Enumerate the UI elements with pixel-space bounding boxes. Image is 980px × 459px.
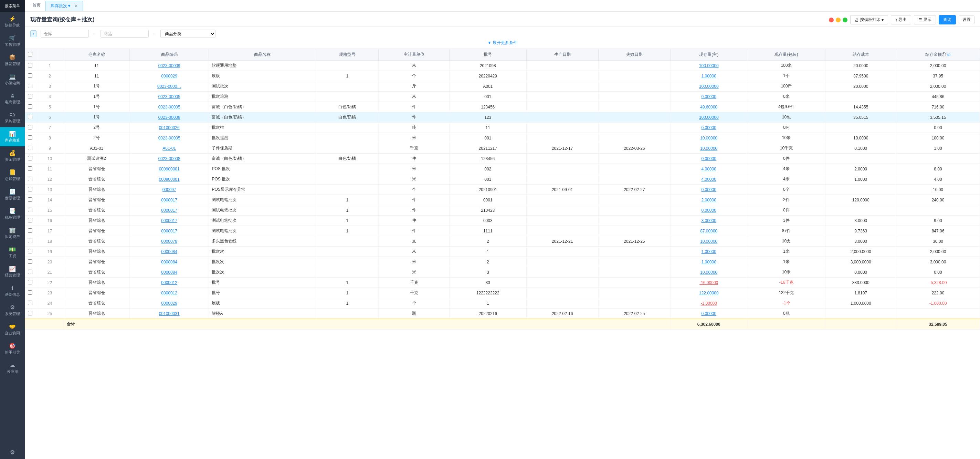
row-code[interactable]: 0023-00008 [129,154,209,164]
row-checkbox[interactable] [25,174,36,185]
sidebar-item-税务管理[interactable]: 📑 税务管理 [0,204,25,223]
sidebar-item-系统管理[interactable]: ⚙ 系统管理 [0,301,25,320]
row-qty-main[interactable]: 100.00000 [670,112,747,123]
row-qty-main[interactable]: 10.00000 [670,236,747,247]
sidebar-item-电商管理[interactable]: 🖥 电商管理 [0,89,25,108]
row-code[interactable]: 0000017 [129,195,209,205]
sidebar-item-库存核算[interactable]: 📊 库存核算 [0,127,25,147]
print-button[interactable]: 🖨 按模板打印 ▾ [850,15,888,24]
row-checkbox[interactable] [25,61,36,71]
sidebar-item-采购管理[interactable]: 🛍 采购管理 [0,108,25,127]
row-checkbox[interactable] [25,112,36,123]
row-code[interactable]: 0023-00008 [129,112,209,123]
row-code[interactable]: 0023-00005 [129,92,209,102]
row-qty-main[interactable]: 3.00000 [670,215,747,226]
row-qty-main[interactable]: 100.00000 [670,61,747,71]
row-checkbox[interactable] [25,143,36,154]
row-code[interactable]: 0023-00005 [129,102,209,112]
row-code[interactable]: 001000031 [129,309,209,319]
row-checkbox[interactable] [25,205,36,215]
row-qty-main[interactable]: 122.00000 [670,288,747,298]
row-code[interactable]: 000900001 [129,174,209,185]
product-input[interactable] [100,30,149,38]
sidebar-item-批发管理[interactable]: 📦 批发管理 [0,51,25,70]
sidebar-item-发票管理[interactable]: 🧾 发票管理 [0,185,25,204]
row-code[interactable]: 0023-00005 [129,133,209,143]
row-checkbox[interactable] [25,123,36,133]
row-checkbox[interactable] [25,247,36,257]
row-code[interactable]: 000900001 [129,164,209,174]
row-qty-main[interactable]: 10.00000 [670,133,747,143]
row-qty-main[interactable]: 0.00000 [670,154,747,164]
row-checkbox[interactable] [25,185,36,195]
sidebar-item-云应用[interactable]: ☁ 云应用 [0,359,25,378]
sidebar-item-总账管理[interactable]: 📒 总账管理 [0,166,25,185]
sidebar-item-基础信息[interactable]: ℹ 基础信息 [0,281,25,301]
row-code[interactable]: 0023-0000… [129,81,209,92]
row-checkbox[interactable] [25,102,36,112]
sidebar-item-小脑电商[interactable]: 💻 小脑电商 [0,70,25,89]
row-qty-main[interactable]: 10.00000 [670,267,747,277]
row-checkbox[interactable] [25,309,36,319]
row-checkbox[interactable] [25,236,36,247]
row-checkbox[interactable] [25,257,36,267]
select-all-checkbox[interactable] [28,52,32,56]
row-checkbox[interactable] [25,81,36,92]
win-close-button[interactable] [829,18,834,22]
row-checkbox[interactable] [25,133,36,143]
row-checkbox[interactable] [25,195,36,205]
row-code[interactable]: 0000084 [129,267,209,277]
query-button[interactable]: 查询 [939,15,956,24]
row-code[interactable]: 000097 [129,185,209,195]
sidebar-settings[interactable]: ⚙ [0,446,25,459]
sidebar-item-经营管理[interactable]: 📈 经营管理 [0,262,25,281]
row-code[interactable]: 0023-00009 [129,61,209,71]
tab-home[interactable]: 首页 [27,0,45,11]
row-code[interactable]: 0000017 [129,205,209,215]
row-code[interactable]: 0000029 [129,298,209,309]
sidebar-item-快捷导航[interactable]: ⚡ 快捷导航 [0,12,25,31]
settings-button[interactable]: 设置 [959,16,975,24]
sidebar-item-零售管理[interactable]: 🛒 零售管理 [0,31,25,51]
row-checkbox[interactable] [25,288,36,298]
row-qty-main[interactable]: 1.00000 [670,257,747,267]
row-code[interactable]: 0000084 [129,247,209,257]
row-code[interactable]: 0000078 [129,236,209,247]
row-qty-main[interactable]: 4.00000 [670,164,747,174]
row-qty-main[interactable]: -1.00000 [670,298,747,309]
row-qty-main[interactable]: 0.00000 [670,123,747,133]
row-code[interactable]: 0000017 [129,226,209,236]
row-code[interactable]: 0000012 [129,277,209,288]
row-qty-main[interactable]: 100.00000 [670,81,747,92]
display-button[interactable]: ☰ 显示 [914,15,936,24]
sidebar-item-新手引导[interactable]: 🎯 新手引导 [0,339,25,359]
warehouse-input[interactable] [41,30,89,38]
row-qty-main[interactable]: 87.00000 [670,226,747,236]
row-qty-main[interactable]: 49.60000 [670,102,747,112]
filter-arrow[interactable]: › [30,30,37,37]
sidebar-item-固定资产[interactable]: 🏢 固定资产 [0,223,25,243]
row-qty-main[interactable]: 4.00000 [670,174,747,185]
row-code[interactable]: 0000029 [129,71,209,81]
sidebar-logo[interactable]: 搜索菜单 [0,0,25,12]
sidebar-item-企业协同[interactable]: 🤝 企业协同 [0,320,25,339]
row-qty-main[interactable]: 0.00000 [670,92,747,102]
row-qty-main[interactable]: 0.00000 [670,185,747,195]
row-qty-main[interactable]: 1.00000 [670,247,747,257]
row-qty-main[interactable]: 1.00000 [670,71,747,81]
row-code[interactable]: A01-01 [129,143,209,154]
row-checkbox[interactable] [25,277,36,288]
expand-filter-button[interactable]: ▼ 展开更多条件 [487,40,517,46]
row-checkbox[interactable] [25,71,36,81]
sidebar-item-工资[interactable]: 💵 工资 [0,243,25,262]
row-qty-main[interactable]: 0.00000 [670,309,747,319]
row-checkbox[interactable] [25,92,36,102]
row-qty-main[interactable]: 10.00000 [670,143,747,154]
win-min-button[interactable] [836,18,841,22]
row-checkbox[interactable] [25,298,36,309]
tab-close-button[interactable]: ✕ [74,3,78,8]
row-checkbox[interactable] [25,164,36,174]
category-select[interactable]: 商品分类 [161,30,215,38]
tab-inventory-batch[interactable]: 库存批次▼ ✕ [45,1,83,11]
row-checkbox[interactable] [25,226,36,236]
